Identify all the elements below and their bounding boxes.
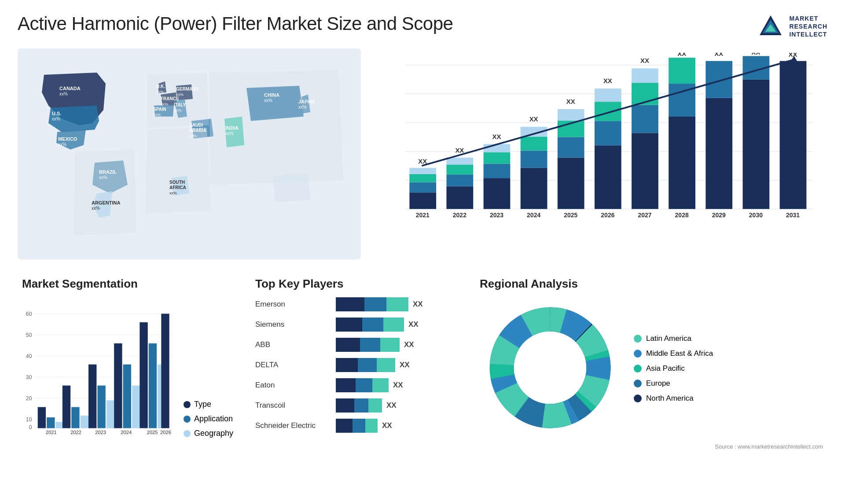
svg-text:xx%: xx%	[264, 98, 272, 103]
svg-rect-121	[81, 416, 88, 428]
svg-text:2025: 2025	[564, 212, 577, 219]
svg-text:2026: 2026	[160, 430, 171, 435]
bottom-section: Market Segmentation 60 50 40 30 20 10 0	[18, 273, 827, 457]
player-row-transcoil: Transcoil XX	[255, 398, 458, 413]
svg-text:2026: 2026	[601, 212, 614, 219]
svg-text:2021: 2021	[416, 212, 430, 219]
svg-text:2021: 2021	[46, 430, 57, 435]
svg-text:FRANCE: FRANCE	[161, 96, 179, 101]
svg-text:xx%: xx%	[153, 113, 161, 117]
svg-text:XX: XX	[566, 98, 575, 105]
legend-application: Application	[184, 414, 233, 424]
svg-rect-119	[62, 386, 70, 428]
legend-europe: Europe	[634, 379, 713, 388]
player-row-delta: DELTA XX	[255, 358, 458, 372]
source-text: Source : www.marketresearchintellect.com	[480, 443, 823, 450]
svg-text:20: 20	[26, 395, 32, 402]
legend-middle-east-africa: Middle East & Africa	[634, 349, 713, 358]
svg-text:xx%: xx%	[92, 206, 100, 211]
svg-text:XX: XX	[603, 77, 612, 84]
svg-text:JAPAN: JAPAN	[298, 99, 315, 104]
svg-rect-55	[484, 152, 511, 164]
svg-text:10: 10	[26, 416, 32, 423]
market-bar-chart-area: XX 2021 XX 2022 XX 2023	[374, 48, 827, 259]
svg-rect-59	[521, 168, 547, 209]
svg-rect-50	[446, 157, 473, 164]
svg-text:xx%: xx%	[174, 108, 181, 113]
logo-area: MARKET RESEARCH INTELLECT	[757, 13, 827, 40]
svg-text:xx%: xx%	[52, 117, 60, 121]
svg-rect-120	[71, 407, 79, 428]
svg-rect-129	[132, 386, 140, 428]
svg-rect-125	[107, 400, 114, 428]
svg-rect-96	[780, 61, 807, 209]
player-row-abb: ABB XX	[255, 338, 458, 352]
svg-text:XX: XX	[455, 146, 464, 154]
svg-rect-54	[484, 164, 511, 178]
players-list: Emerson XX Siemens	[255, 297, 458, 433]
bar-chart-inner: XX 2021 XX 2022 XX 2023	[383, 53, 819, 242]
svg-text:2022: 2022	[70, 430, 81, 435]
legend-asia-pacific: Asia Pacific	[634, 364, 713, 373]
svg-rect-83	[669, 117, 695, 209]
svg-text:SPAIN: SPAIN	[153, 107, 166, 112]
player-row-emerson: Emerson XX	[255, 297, 458, 311]
page-container: Active Harmonic (Power) Filter Market Si…	[0, 0, 845, 504]
svg-rect-78	[632, 105, 658, 133]
svg-text:2023: 2023	[95, 430, 106, 435]
latin-america-dot	[634, 335, 642, 343]
svg-rect-89	[705, 61, 732, 98]
svg-text:2030: 2030	[749, 212, 763, 219]
svg-text:xx%: xx%	[59, 91, 68, 96]
svg-text:2029: 2029	[712, 212, 726, 219]
player-row-eaton: Eaton XX	[255, 378, 458, 392]
svg-text:xx%: xx%	[298, 105, 307, 110]
svg-rect-116	[47, 417, 55, 428]
svg-rect-115	[38, 407, 46, 428]
svg-text:xx%: xx%	[99, 175, 107, 180]
page-title: Active Harmonic (Power) Filter Market Si…	[18, 13, 453, 34]
middle-east-africa-dot	[634, 350, 642, 358]
brand-name: MARKET RESEARCH INTELLECT	[789, 15, 827, 39]
svg-rect-61	[521, 137, 547, 151]
svg-text:ARABIA: ARABIA	[189, 128, 206, 133]
svg-text:50: 50	[26, 332, 32, 338]
svg-rect-124	[97, 386, 105, 428]
world-map-area: CANADA xx% U.S. xx% MEXICO xx% BRAZIL xx…	[18, 48, 361, 259]
svg-rect-131	[140, 322, 147, 428]
legend-geography: Geography	[184, 429, 233, 438]
svg-rect-53	[484, 178, 511, 209]
svg-rect-72	[595, 121, 621, 145]
svg-text:xx%: xx%	[189, 134, 197, 138]
svg-text:GERMANY: GERMANY	[176, 87, 198, 91]
svg-text:AFRICA: AFRICA	[169, 185, 186, 190]
svg-text:SAUDI: SAUDI	[189, 123, 203, 128]
svg-rect-135	[161, 314, 169, 428]
svg-rect-44	[409, 168, 436, 174]
regional-title: Regional Analysis	[480, 277, 823, 291]
asia-pacific-dot	[634, 365, 642, 373]
world-map-svg: CANADA xx% U.S. xx% MEXICO xx% BRAZIL xx…	[18, 48, 361, 259]
svg-text:U.S.: U.S.	[52, 111, 61, 116]
svg-text:CHINA: CHINA	[264, 92, 279, 98]
svg-rect-85	[669, 58, 695, 84]
svg-text:30: 30	[26, 374, 32, 380]
svg-rect-128	[123, 365, 131, 428]
svg-text:XX: XX	[789, 53, 797, 58]
legend-north-america: North America	[634, 394, 713, 403]
svg-text:0: 0	[29, 424, 32, 431]
svg-text:2027: 2027	[638, 212, 651, 219]
brand-logo-icon	[757, 13, 784, 40]
svg-text:XX: XX	[492, 133, 501, 140]
key-players-title: Top Key Players	[255, 277, 458, 291]
donut-container: Latin America Middle East & Africa Asia …	[480, 297, 823, 440]
svg-rect-127	[114, 343, 122, 428]
seg-chart-svg: 60 50 40 30 20 10 0	[22, 306, 175, 438]
svg-rect-73	[595, 102, 621, 121]
svg-rect-68	[558, 109, 584, 121]
svg-text:XX: XX	[714, 53, 723, 57]
svg-text:XX: XX	[677, 53, 686, 57]
svg-rect-56	[484, 144, 511, 153]
svg-text:2028: 2028	[675, 212, 689, 219]
svg-text:U.K.: U.K.	[156, 84, 165, 89]
